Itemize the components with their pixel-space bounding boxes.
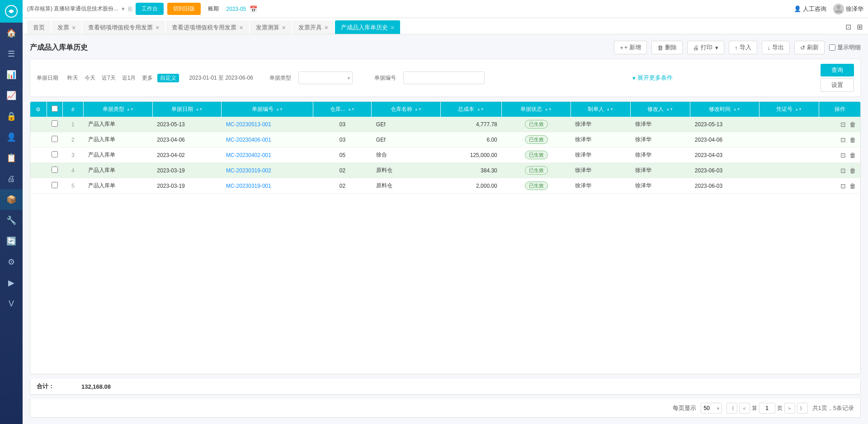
expand-button[interactable]: ▾ 展开更多条件	[632, 74, 673, 82]
delete-icon-1[interactable]: 🗑	[849, 136, 856, 143]
th-settings[interactable]: ⚙	[30, 102, 47, 117]
td-rownum-0: 1	[62, 117, 84, 132]
tab-3[interactable]: 查看进项增值税专用发票×	[166, 20, 249, 34]
show-detail-label[interactable]: 显示明细	[829, 43, 861, 52]
sidebar-item-7[interactable]: 🖨	[0, 168, 23, 189]
print-button[interactable]: 🖨 打印 ▾	[687, 41, 724, 54]
voucher-type-select[interactable]: 产品入库单	[298, 71, 353, 84]
switch-button[interactable]: 切到旧版	[167, 3, 201, 15]
tab-6[interactable]: 产成品入库单历史×	[335, 20, 400, 34]
sidebar-item-1[interactable]: ☰	[0, 43, 23, 64]
edit-icon-0[interactable]: ⊡	[840, 121, 846, 128]
td-check-4[interactable]	[47, 178, 62, 194]
query-button[interactable]: 查询	[821, 64, 854, 76]
restore-icon[interactable]: ⊡	[844, 22, 852, 32]
delete-icon-0[interactable]: 🗑	[849, 121, 856, 128]
tab-close-2[interactable]: ×	[156, 24, 159, 31]
help-section[interactable]: 👤 人工咨询	[794, 5, 826, 13]
tab-close-1[interactable]: ×	[72, 24, 75, 31]
td-voucher-number-0[interactable]: MC-20230513-001	[222, 117, 313, 132]
th-warehouse-name[interactable]: 仓库名称 ▲▼	[372, 102, 441, 117]
sidebar-item-2[interactable]: 📊	[0, 64, 23, 85]
sidebar-item-3[interactable]: 📈	[0, 85, 23, 106]
calendar-icon[interactable]: 📅	[250, 5, 257, 13]
shortcut-today[interactable]: 今天	[83, 74, 97, 82]
export-button[interactable]: ↓ 导出	[762, 41, 790, 54]
edit-icon-1[interactable]: ⊡	[840, 136, 846, 143]
edit-icon-4[interactable]: ⊡	[840, 182, 846, 190]
shortcut-custom[interactable]: 自定义	[157, 74, 179, 82]
th-voucher-status[interactable]: 单据状态 ▲▼	[502, 102, 571, 117]
tab-4[interactable]: 发票测算×	[250, 20, 292, 34]
delete-icon-3[interactable]: 🗑	[849, 167, 856, 174]
next-page-button[interactable]: ＞	[784, 403, 795, 414]
sidebar-item-10[interactable]: 🔄	[0, 231, 23, 252]
topbar-copy-icon[interactable]: ⎘	[128, 5, 132, 13]
th-modify-time[interactable]: 修改时间 ▲▼	[690, 102, 760, 117]
th-voucher-date[interactable]: 单据日期 ▲▼	[152, 102, 222, 117]
tab-0[interactable]: 首页	[27, 20, 51, 34]
row-checkbox-2[interactable]	[52, 151, 58, 157]
sidebar-item-5[interactable]: 👤	[0, 127, 23, 148]
th-voucher-type[interactable]: 单据类型 ▲▼	[84, 102, 153, 117]
sidebar-item-8[interactable]: 📦	[0, 189, 23, 210]
import-button[interactable]: ↑ 导入	[729, 41, 757, 54]
row-checkbox-3[interactable]	[52, 167, 58, 173]
tab-close-3[interactable]: ×	[239, 24, 243, 31]
tab-close-4[interactable]: ×	[282, 24, 286, 31]
th-modifier[interactable]: 修改人 ▲▼	[631, 102, 690, 117]
page-number-input[interactable]	[759, 403, 775, 414]
tab-1[interactable]: 发票×	[52, 20, 81, 34]
tab-2[interactable]: 查看销项增值税专用发票×	[82, 20, 165, 34]
sidebar-item-13[interactable]: V	[0, 293, 23, 314]
sidebar-item-4[interactable]: 🔒	[0, 106, 23, 127]
show-detail-checkbox[interactable]	[829, 44, 835, 51]
row-checkbox-4[interactable]	[52, 182, 58, 188]
shortcut-more[interactable]: 更多	[140, 74, 155, 82]
sidebar-item-9[interactable]: 🔧	[0, 210, 23, 231]
maximize-icon[interactable]: ⊞	[856, 22, 863, 32]
user-section[interactable]: 徐泽华	[833, 4, 863, 14]
th-warehouse-code[interactable]: 仓库... ▲▼	[313, 102, 372, 117]
set-button[interactable]: 设置	[821, 78, 854, 92]
sidebar-item-12[interactable]: ▶	[0, 272, 23, 293]
row-checkbox-1[interactable]	[52, 136, 58, 142]
tab-close-6[interactable]: ×	[391, 24, 394, 31]
td-voucher-number-1[interactable]: MC-20230406-001	[222, 132, 313, 148]
delete-icon-4[interactable]: 🗑	[849, 182, 856, 190]
refresh-button[interactable]: ↺ 刷新	[794, 41, 825, 54]
tab-5[interactable]: 发票开具×	[292, 20, 334, 34]
edit-icon-3[interactable]: ⊡	[840, 167, 846, 174]
edit-icon-2[interactable]: ⊡	[840, 152, 846, 159]
last-page-button[interactable]: 》	[797, 403, 808, 414]
prev-page-button[interactable]: ＜	[739, 403, 750, 414]
shortcut-7days[interactable]: 近7天	[100, 74, 118, 82]
delete-icon-2[interactable]: 🗑	[849, 152, 856, 159]
shortcut-1month[interactable]: 近1月	[120, 74, 138, 82]
shortcut-yesterday[interactable]: 昨天	[66, 74, 80, 82]
topbar-dropdown-icon[interactable]: ▾	[122, 5, 125, 12]
sidebar-item-0[interactable]: 🏠	[0, 23, 23, 43]
td-check-1[interactable]	[47, 132, 62, 148]
td-voucher-number-4[interactable]: MC-20230319-001	[222, 178, 313, 194]
per-page-select[interactable]: 20 50 100	[701, 403, 722, 414]
th-creator[interactable]: 制单人 ▲▼	[571, 102, 630, 117]
sidebar-item-6[interactable]: 📋	[0, 148, 23, 168]
row-checkbox-0[interactable]	[52, 120, 58, 127]
td-check-0[interactable]	[47, 117, 62, 132]
select-all-checkbox[interactable]	[52, 105, 58, 112]
delete-button[interactable]: 🗑 删除	[651, 41, 683, 54]
th-total-cost[interactable]: 总成本 ▲▼	[440, 102, 501, 117]
workbench-button[interactable]: 工作台	[136, 3, 164, 15]
th-voucher-number[interactable]: 单据编号 ▲▼	[222, 102, 313, 117]
first-page-button[interactable]: 《	[726, 403, 737, 414]
td-voucher-number-3[interactable]: MC-20230319-002	[222, 163, 313, 178]
th-voucher-ref[interactable]: 凭证号 ▲▼	[759, 102, 819, 117]
td-voucher-number-2[interactable]: MC-20230402-001	[222, 148, 313, 163]
voucher-number-input[interactable]	[403, 71, 485, 84]
sidebar-item-11[interactable]: ⚙	[0, 252, 23, 272]
td-check-2[interactable]	[47, 148, 62, 163]
td-check-3[interactable]	[47, 163, 62, 178]
tab-close-5[interactable]: ×	[325, 24, 328, 31]
new-button[interactable]: + + 新增	[614, 41, 647, 54]
